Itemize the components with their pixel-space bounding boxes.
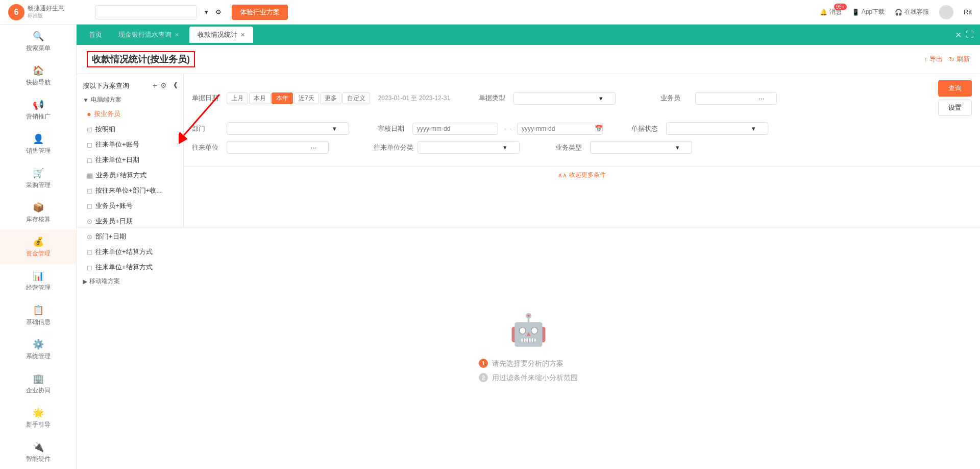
header-dropdown-icon[interactable]: ▾ xyxy=(201,7,211,17)
online-service-item[interactable]: 🎧 在线客服 xyxy=(895,8,929,16)
sidebar-item-inventory[interactable]: 📦 库存核算 xyxy=(0,196,76,230)
partner-more-icon[interactable]: ··· xyxy=(310,144,316,151)
scheme-category-mobile[interactable]: ▶ 移动端方案 xyxy=(77,275,183,288)
tab-bank-flow[interactable]: 现金银行流水查询 ✕ xyxy=(110,27,187,43)
export-btn[interactable]: ↑ 导出 xyxy=(924,55,943,64)
scheme-item-partner-date[interactable]: ◻ 往来单位+日期 xyxy=(77,152,183,168)
scheme-item-salesperson-account[interactable]: ◻ 业务员+账号 xyxy=(77,198,183,214)
sidebar-item-marketing[interactable]: 📢 营销推广 xyxy=(0,93,76,127)
tab-close-collection-stats[interactable]: ✕ xyxy=(240,32,245,38)
sidebar-item-basic-info[interactable]: 📋 基础信息 xyxy=(0,298,76,333)
filter-biz-type-item: 业务类型 ▾ xyxy=(555,141,708,154)
sidebar-item-system[interactable]: ⚙️ 系统管理 xyxy=(0,333,76,367)
sidebar-item-operations[interactable]: 📊 经营管理 xyxy=(0,264,76,298)
tab-close-bank-flow[interactable]: ✕ xyxy=(175,32,179,38)
guide-icon: 🌟 xyxy=(33,407,44,418)
scheme-collapse-btn[interactable]: 《 xyxy=(170,81,177,90)
purchase-icon: 🛒 xyxy=(33,168,44,179)
tab-home[interactable]: 首页 xyxy=(83,27,108,43)
messages-badge: 99+ xyxy=(834,4,847,10)
settings-icon[interactable]: ⚙ xyxy=(215,8,222,16)
app-download-item[interactable]: 📱 App下载 xyxy=(852,8,885,16)
calendar-icon-start[interactable]: 📅 xyxy=(595,125,603,132)
chevron-down-icon: ▾ xyxy=(599,95,603,102)
scheme-item-salesperson-settle[interactable]: ▦ 业务员+结算方式 xyxy=(77,168,183,183)
date-label: 单据日期 xyxy=(192,93,223,103)
filter-partner-category-item: 往来单位分类 ▾ xyxy=(374,141,527,154)
sidebar-item-finance[interactable]: 💰 资金管理 xyxy=(0,230,76,264)
review-date-start[interactable] xyxy=(412,123,498,135)
salesperson-select[interactable]: ··· xyxy=(695,92,777,105)
user-avatar[interactable] xyxy=(939,5,953,19)
scheme-item-partner-settle2[interactable]: ◻ 往来单位+结算方式 xyxy=(77,260,183,275)
sidebar-label-enterprise: 企业协同 xyxy=(26,386,51,395)
refresh-icon: ↻ xyxy=(949,56,954,63)
detail-icon: ◻ xyxy=(87,126,92,133)
filter-panel: 按以下方案查询 + ⚙ 《 ▼ 电脑端方案 ● 按业务 xyxy=(77,74,980,227)
review-date-end[interactable] xyxy=(517,123,603,135)
sidebar-item-enterprise[interactable]: 🏢 企业协同 xyxy=(0,367,76,401)
scheme-item-dept-date[interactable]: ⊙ 部门+日期 xyxy=(77,229,183,244)
user-name[interactable]: Rit xyxy=(964,8,972,16)
sidebar-item-purchase[interactable]: 🛒 采购管理 xyxy=(0,161,76,196)
hint-step-1: 1 请先选择要分析的方案 xyxy=(479,356,578,370)
dept-select[interactable]: ▾ xyxy=(227,122,349,135)
date-tab-more[interactable]: 更多 xyxy=(320,92,341,104)
collapse-bar[interactable]: ∧∧ 收起更多条件 xyxy=(184,166,980,183)
logo-area: 6 畅捷通好生意 标准版 xyxy=(8,4,85,20)
sidebar-label-smart-hw: 智能硬件 xyxy=(26,455,51,463)
scheme-item-partner-dept[interactable]: ◻ 按往来单位+部门+收... xyxy=(77,183,183,198)
sidebar-item-quick-nav[interactable]: 🏠 快捷导航 xyxy=(0,59,76,93)
empty-hint: 🤖 1 请先选择要分析的方案 2 用过滤条件来缩小分析范围 xyxy=(479,312,578,385)
page-content: 收款情况统计(按业务员) ↑ 导出 ↻ 刷新 按以下 xyxy=(77,45,980,469)
dept-label: 部门 xyxy=(192,124,223,133)
scheme-item-partner-settle1[interactable]: ◻ 往来单位+结算方式 xyxy=(77,244,183,260)
scheme-item-by-detail[interactable]: ◻ 按明细 xyxy=(77,122,183,137)
filter-doc-status-item: 单据状态 ▾ xyxy=(631,122,785,135)
sidebar-item-search-menu[interactable]: 🔍 搜索菜单 xyxy=(0,25,76,59)
filter-row-3: 往来单位 ··· 往来单位分类 ▾ xyxy=(192,141,972,154)
settings-btn[interactable]: 设置 xyxy=(938,100,972,116)
dept-chevron-icon: ▾ xyxy=(333,125,336,132)
tab-bar-expand-icon[interactable]: ⛶ xyxy=(966,30,974,39)
scheme-item-partner-account[interactable]: ◻ 往来单位+账号 xyxy=(77,137,183,152)
tab-bar-close-icon[interactable]: ✕ xyxy=(955,30,962,40)
tab-bar: 首页 现金银行流水查询 ✕ 收款情况统计 ✕ ✕ ⛶ xyxy=(77,25,980,45)
doc-type-select[interactable]: ▾ xyxy=(513,92,616,105)
filter-review-date-item: 审核日期 — 📅 xyxy=(378,123,603,135)
search-icon: 🔍 xyxy=(33,31,44,42)
scheme-header-actions: + ⚙ 《 xyxy=(153,81,177,90)
sidebar-item-guide[interactable]: 🌟 新手引导 xyxy=(0,401,76,435)
scheme-item-salesperson-date[interactable]: ⊙ 业务员+日期 xyxy=(77,214,183,229)
date-dash: — xyxy=(502,125,513,132)
messages-item[interactable]: 🔔 消息 99+ xyxy=(820,8,842,16)
date-tab-last-month[interactable]: 上月 xyxy=(227,92,248,104)
doc-status-select[interactable]: ▾ xyxy=(666,122,768,135)
edition-badge: 标准版 xyxy=(28,12,64,19)
partner-category-select[interactable]: ▾ xyxy=(418,141,520,154)
date-tab-7days[interactable]: 近7天 xyxy=(294,92,319,104)
scheme-item-by-salesperson[interactable]: ● 按业务员 xyxy=(77,106,183,122)
refresh-btn[interactable]: ↻ 刷新 xyxy=(949,55,970,64)
date-tab-custom[interactable]: 自定义 xyxy=(342,92,370,104)
scheme-category-desktop[interactable]: ▼ 电脑端方案 xyxy=(77,93,183,106)
app-logo: 6 xyxy=(8,4,24,20)
trial-btn[interactable]: 体验行业方案 xyxy=(232,5,288,20)
scheme-add-btn[interactable]: + xyxy=(153,81,157,90)
sidebar-item-sales[interactable]: 👤 销售管理 xyxy=(0,127,76,161)
sidebar-label-search-menu: 搜索菜单 xyxy=(26,44,51,53)
review-date-label: 审核日期 xyxy=(378,124,408,133)
partner-select[interactable]: ··· xyxy=(227,141,329,154)
filter-form: 单据日期 上月 本月 本年 近7天 更多 自定义 2023-01-01 至 20… xyxy=(184,74,980,166)
tab-collection-stats[interactable]: 收款情况统计 ✕ xyxy=(189,27,253,43)
date-tab-this-year[interactable]: 本年 xyxy=(272,92,293,104)
query-btn[interactable]: 查询 xyxy=(938,80,972,97)
scheme-settings-btn[interactable]: ⚙ xyxy=(160,81,167,90)
basic-info-icon: 📋 xyxy=(33,304,44,316)
sidebar-item-smart-hw[interactable]: 🔌 智能硬件 xyxy=(0,435,76,469)
date-tab-this-month[interactable]: 本月 xyxy=(249,92,271,104)
biz-type-select[interactable]: ▾ xyxy=(590,141,692,154)
sidebar-label-sales: 销售管理 xyxy=(26,147,51,155)
date-range-display: 2023-01-01 至 2023-12-31 xyxy=(378,94,450,103)
header-search-input[interactable] xyxy=(95,5,197,19)
